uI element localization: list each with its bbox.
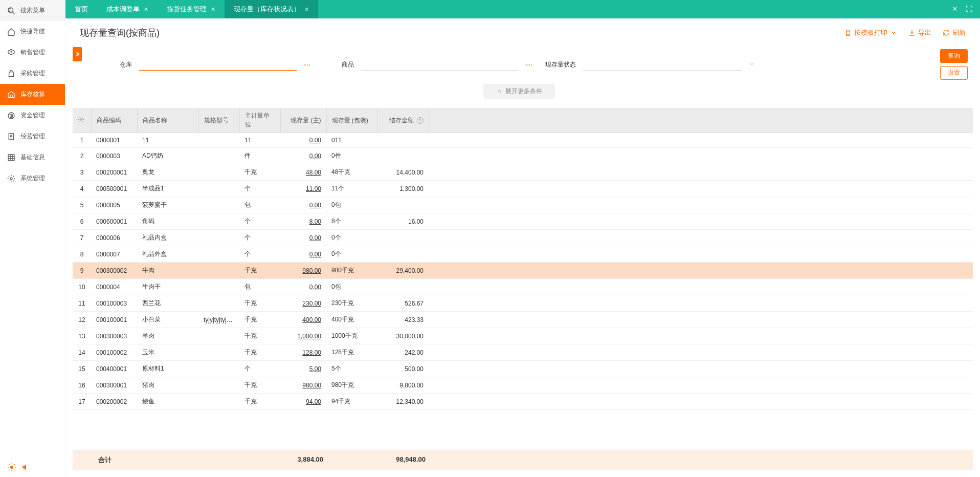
sidebar-item-6[interactable]: 经营管理 <box>0 126 65 147</box>
cell-spec <box>198 230 239 246</box>
cell-amt <box>377 230 429 246</box>
product-lookup-icon[interactable]: ··· <box>526 61 533 69</box>
table-row[interactable]: 50000005菠萝蜜干包0.000包 <box>73 197 973 213</box>
status-input[interactable] <box>583 59 742 71</box>
sidebar-item-2[interactable]: 销售管理 <box>0 42 65 63</box>
col-pqty[interactable]: 现存量 (包装) <box>326 108 377 133</box>
cell-name: 11 <box>137 133 198 148</box>
filter-product: 商品 ··· <box>313 59 533 71</box>
cell-code: 000300003 <box>91 328 137 344</box>
cell-pqty: 5个 <box>326 361 377 377</box>
cell-unit: 包 <box>239 197 280 213</box>
table-settings-header[interactable] <box>73 108 91 133</box>
table-row[interactable]: 1000000111110.00011 <box>73 133 973 148</box>
warehouse-lookup-icon[interactable]: ··· <box>304 61 311 69</box>
table-row[interactable]: 4000500001半成品1个11.0011个1,300.00 <box>73 181 973 197</box>
cell-qty[interactable]: 1,000.00 <box>280 328 326 344</box>
cell-name: 鳗鱼 <box>137 394 198 410</box>
fullscreen-icon[interactable] <box>966 5 973 14</box>
sidebar-item-label: 销售管理 <box>20 48 45 57</box>
cell-qty[interactable]: 11.00 <box>280 181 326 197</box>
table-row[interactable]: 70000006礼品内盒个0.000个 <box>73 230 973 246</box>
tab-close-icon[interactable]: ✕ <box>144 6 148 13</box>
table-row[interactable]: 3000200001奥龙千克48.0048千克14,400.00 <box>73 164 973 181</box>
cell-qty[interactable]: 980.00 <box>280 377 326 394</box>
cell-qty[interactable]: 0.00 <box>280 230 326 246</box>
cell-qty[interactable]: 0.00 <box>280 133 326 148</box>
cell-qty[interactable]: 0.00 <box>280 279 326 295</box>
query-button[interactable]: 查询 <box>940 49 968 63</box>
warehouse-input[interactable] <box>139 59 297 71</box>
gear-icon <box>7 175 15 183</box>
print-template-button[interactable]: 按模板打印 <box>844 28 897 37</box>
table-container: 商品编码 商品名称 规格型号 主计量单位 现存量 (主) 现存量 (包装) 结存… <box>65 99 980 450</box>
help-icon[interactable]: ? <box>417 117 424 124</box>
table-row[interactable]: 14000100002玉米千克128.00128千克242.00 <box>73 344 973 361</box>
table-row[interactable]: 20000003AD钙奶件0.000件 <box>73 148 973 164</box>
col-spec[interactable]: 规格型号 <box>198 108 239 133</box>
table-row[interactable]: 100000004牛肉干包0.000包 <box>73 279 973 295</box>
footer-icon-2[interactable] <box>21 463 31 472</box>
export-button[interactable]: 导出 <box>908 28 931 37</box>
tab-3[interactable]: 现存量（库存状况表）✕ <box>225 0 318 18</box>
tab-1[interactable]: 成本调整单✕ <box>97 0 158 18</box>
table-row[interactable]: 16000300001猪肉千克980.00980千克9,800.00 <box>73 377 973 394</box>
col-unit[interactable]: 主计量单位 <box>239 108 280 133</box>
col-name[interactable]: 商品名称 <box>137 108 198 133</box>
col-amt[interactable]: 结存金额 ? <box>377 108 429 133</box>
cell-idx: 16 <box>73 377 91 394</box>
col-spacer <box>429 108 973 133</box>
cell-qty[interactable]: 230.00 <box>280 295 326 312</box>
cell-qty[interactable]: 0.00 <box>280 197 326 213</box>
cell-spec <box>198 377 239 394</box>
table-row[interactable]: 80000007礼品外盒个0.000个 <box>73 246 973 263</box>
status-dropdown-icon[interactable] <box>749 61 755 69</box>
tab-2[interactable]: 拣货任务管理✕ <box>158 0 225 18</box>
cell-qty[interactable]: 400.00 <box>280 312 326 328</box>
table-row[interactable]: 13000300003羊肉千克1,000.001000千克30,000.00 <box>73 328 973 344</box>
cell-pqty: 0包 <box>326 197 377 213</box>
sidebar-item-0[interactable]: 搜索菜单 <box>0 0 65 21</box>
sidebar-item-label: 快捷导航 <box>20 27 45 36</box>
export-icon <box>908 29 916 36</box>
sidebar-item-8[interactable]: 系统管理 <box>0 168 65 189</box>
table-header-row: 商品编码 商品名称 规格型号 主计量单位 现存量 (主) 现存量 (包装) 结存… <box>73 108 973 133</box>
cell-spec <box>198 263 239 279</box>
cell-pqty: 128千克 <box>326 344 377 361</box>
col-qty[interactable]: 现存量 (主) <box>280 108 326 133</box>
table-row[interactable]: 17000200002鳗鱼千克94.0094千克12,340.00 <box>73 394 973 410</box>
table-row[interactable]: 12000100001小白菜tyjyjtyjtyjdf...千克400.0040… <box>73 312 973 328</box>
sidebar-item-4[interactable]: 库存核算 <box>0 84 65 105</box>
footer-icon-1[interactable] <box>7 463 16 472</box>
tab-0[interactable]: 首页 <box>65 0 97 18</box>
sidebar-item-5[interactable]: 资金管理 <box>0 105 65 126</box>
cell-qty[interactable]: 980.00 <box>280 263 326 279</box>
expand-filters-button[interactable]: 展开更多条件 <box>483 84 555 99</box>
svg-point-8 <box>80 119 82 120</box>
tab-close-icon[interactable]: ✕ <box>304 6 309 13</box>
table-row[interactable]: 9000300002牛肉千克980.00980千克29,400.00 <box>73 263 973 279</box>
cell-qty[interactable]: 5.00 <box>280 361 326 377</box>
sidebar-item-3[interactable]: 采购管理 <box>0 63 65 84</box>
col-code[interactable]: 商品编码 <box>91 108 137 133</box>
cell-qty[interactable]: 128.00 <box>280 344 326 361</box>
cell-pqty: 0个 <box>326 246 377 263</box>
tab-close-icon[interactable]: ✕ <box>211 6 215 13</box>
cell-amt: 423.33 <box>377 312 429 328</box>
cell-idx: 17 <box>73 394 91 410</box>
table-row[interactable]: 11000100003西兰花千克230.00230千克526.67 <box>73 295 973 312</box>
cell-qty[interactable]: 48.00 <box>280 164 326 181</box>
product-input[interactable] <box>361 59 519 71</box>
sidebar-item-1[interactable]: 快捷导航 <box>0 21 65 42</box>
table-row[interactable]: 15000400001原材料1个5.005个500.00 <box>73 361 973 377</box>
close-all-tabs-icon[interactable] <box>951 5 959 14</box>
table-row[interactable]: 6000600001角码个8.008个16.00 <box>73 213 973 230</box>
settings-button[interactable]: 设置 <box>940 66 968 80</box>
cell-qty[interactable]: 94.00 <box>280 394 326 410</box>
refresh-button[interactable]: 刷新 <box>943 28 966 37</box>
cell-qty[interactable]: 0.00 <box>280 148 326 164</box>
cell-qty[interactable]: 8.00 <box>280 213 326 230</box>
sidebar-item-7[interactable]: 基础信息 <box>0 147 65 168</box>
cell-qty[interactable]: 0.00 <box>280 246 326 263</box>
filter-collapse-toggle[interactable] <box>73 47 82 61</box>
